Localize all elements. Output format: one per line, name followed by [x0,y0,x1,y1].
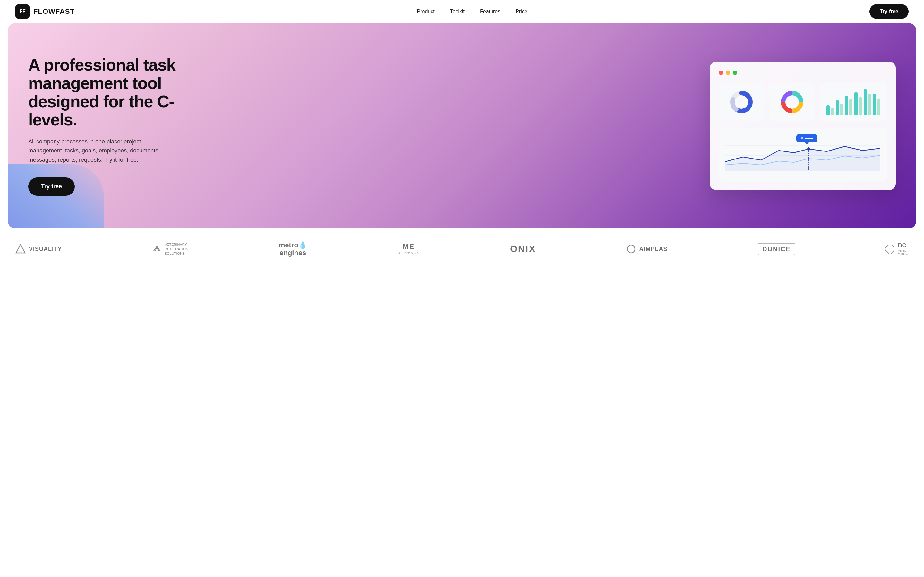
bc-icon [885,245,895,253]
aimplas-icon [626,244,636,254]
maximize-dot [733,71,737,75]
hero-try-free-button[interactable]: Try free [28,177,75,196]
nav-product[interactable]: Product [417,9,435,15]
window-controls [719,71,887,75]
logo-vet: VETERINARY INTEGRATION SOLUTIONS [152,242,188,256]
donut-chart-multi [769,83,815,121]
hero-subtitle: All company processes in one place: proj… [28,137,176,164]
logos-section: VISUALITY VETERINARY INTEGRATION SOLUTIO… [0,229,924,269]
hero-section: A professional task management tool desi… [8,23,916,229]
brand-logo: FF [15,5,29,19]
bar-chart [820,83,887,121]
line-chart: ≡—— [719,128,887,181]
logo-metro: metro💧 engines [279,241,307,257]
hero-content: A professional task management tool desi… [28,56,195,196]
logo-aimplas: AIMPLAS [626,244,667,254]
visuality-icon [15,244,26,254]
chart-tooltip: ≡—— [796,134,817,142]
navbar: FF FLOWFAST Product Toolkit Features Pri… [0,0,924,23]
logo-dunice: DUNICE [758,243,795,255]
logo-me: ME メトロエンジン [398,243,420,255]
donut-chart-blue [719,83,764,121]
logo-visuality: VISUALITY [15,244,62,254]
logo-onix: ONIX [510,244,536,254]
hero-title: A professional task management tool desi… [28,56,195,129]
logo-bc: BC INTELFulfillme [885,242,909,256]
brand-name: FLOWFAST [33,7,75,16]
charts-row [719,83,887,121]
minimize-dot [726,71,730,75]
svg-rect-18 [885,245,895,253]
svg-marker-14 [16,245,25,253]
nav-price[interactable]: Price [515,9,527,15]
nav-try-free-button[interactable]: Try free [869,4,909,19]
dashboard-mockup: ≡—— [710,61,896,190]
svg-point-12 [807,147,810,150]
nav-links: Product Toolkit Features Price [417,9,528,15]
hero-visual: ≡—— [195,61,896,190]
close-dot [719,71,723,75]
nav-features[interactable]: Features [480,9,500,15]
vet-icon [152,245,161,253]
brand: FF FLOWFAST [15,5,75,19]
nav-toolkit[interactable]: Toolkit [450,9,465,15]
